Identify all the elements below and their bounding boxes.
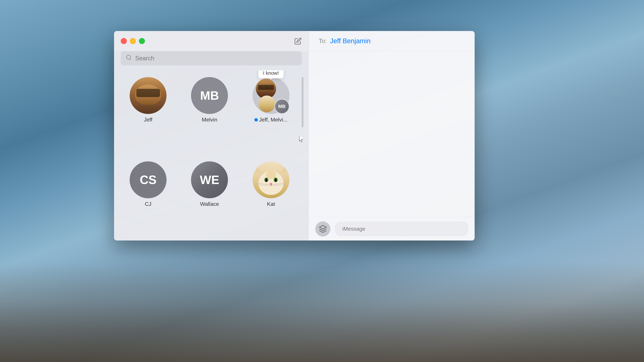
cj-avatar: CS	[130, 161, 166, 198]
right-panel: To: Jeff Benjamin	[308, 31, 474, 241]
svg-marker-1	[254, 166, 262, 173]
kat-name: Kat	[267, 201, 275, 207]
group-name: Jeff, Melvi...	[254, 117, 288, 123]
search-input[interactable]	[135, 55, 297, 62]
contact-wallace[interactable]: WE Wallace	[180, 158, 238, 237]
melvin-avatar: MB	[191, 77, 228, 114]
wallace-initials: WE	[200, 173, 219, 187]
contacts-grid: Jeff MB Melvin I know!	[119, 74, 300, 237]
contact-group[interactable]: I know! MB Jeff, Melvi...	[242, 74, 300, 153]
svg-point-0	[126, 55, 131, 59]
scrollbar[interactable]	[302, 77, 304, 127]
message-area	[308, 51, 474, 217]
message-input[interactable]	[336, 222, 468, 236]
messages-window: Jeff MB Melvin I know!	[114, 31, 474, 241]
group-badge: MB	[274, 99, 290, 114]
cj-initials: CS	[140, 173, 156, 187]
wallace-name: Wallace	[200, 201, 219, 207]
contact-kat[interactable]: Kat	[242, 158, 300, 237]
tooltip-bubble: I know!	[258, 70, 284, 78]
close-button[interactable]	[121, 38, 127, 44]
melvin-initials: MB	[200, 89, 219, 102]
recipient-name: Jeff Benjamin	[330, 37, 371, 45]
kat-avatar	[252, 161, 290, 198]
message-input-area	[308, 217, 474, 241]
to-label: To:	[319, 37, 327, 44]
contact-cj[interactable]: CS CJ	[119, 158, 177, 237]
cj-name: CJ	[145, 201, 152, 207]
jeff-avatar	[130, 77, 166, 114]
svg-point-6	[265, 178, 267, 182]
wallace-avatar: WE	[191, 161, 228, 198]
online-indicator	[254, 118, 258, 121]
contact-melvin[interactable]: MB Melvin	[180, 74, 238, 153]
app-store-button[interactable]	[315, 221, 330, 237]
maximize-button[interactable]	[139, 38, 145, 44]
left-panel: Jeff MB Melvin I know!	[114, 31, 308, 241]
jeff-name: Jeff	[144, 117, 152, 123]
svg-marker-2	[280, 166, 288, 173]
window-controls	[121, 38, 145, 44]
search-icon	[126, 54, 132, 62]
minimize-button[interactable]	[130, 38, 136, 44]
contact-jeff[interactable]: Jeff	[119, 74, 177, 153]
contacts-area: Jeff MB Melvin I know!	[114, 70, 308, 241]
group-avatar: MB	[252, 77, 290, 114]
search-bar[interactable]	[121, 51, 302, 65]
right-header: To: Jeff Benjamin	[308, 31, 474, 51]
compose-button[interactable]	[294, 37, 302, 45]
melvin-name: Melvin	[202, 117, 217, 123]
title-bar	[114, 31, 308, 51]
svg-point-13	[266, 171, 276, 179]
svg-point-7	[275, 178, 277, 182]
svg-point-8	[270, 183, 272, 185]
